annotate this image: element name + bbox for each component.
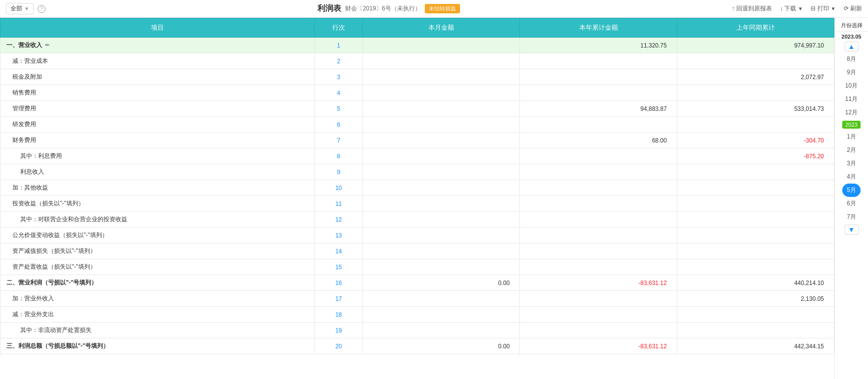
- cell-item: 其中：对联营企业和合营企业的投资收益: [0, 212, 315, 228]
- cell-item: 加：其他收益: [0, 180, 315, 196]
- cell-month-amount: [363, 117, 520, 133]
- cell-item: 销售费用: [0, 85, 315, 101]
- cell-lastyear-amount: 533,014.73: [677, 101, 834, 117]
- month-nav-up-button[interactable]: ▲: [845, 42, 859, 51]
- cell-lastyear-amount: [677, 307, 834, 323]
- top-bar-center: 利润表 财会〔2019〕6号（未执行） 未结转损益: [317, 3, 460, 14]
- cell-row-number: 13: [314, 228, 363, 243]
- month-item[interactable]: 6月: [842, 197, 860, 210]
- cell-month-amount: [363, 243, 520, 259]
- top-bar: 全部 ▼ ? 利润表 财会〔2019〕6号（未执行） 未结转损益 ↑ 回退到原报…: [0, 0, 868, 18]
- cell-ytd-amount: [520, 69, 677, 85]
- month-item[interactable]: 8月: [842, 52, 860, 66]
- cell-month-amount: [363, 180, 520, 196]
- header-month: 本月金额: [363, 18, 520, 38]
- edit-icon[interactable]: ✏: [45, 42, 50, 48]
- month-item[interactable]: 5月: [842, 184, 860, 197]
- cell-lastyear-amount: 2,130.05: [677, 291, 834, 307]
- cell-ytd-amount: [520, 164, 677, 180]
- cell-item: 加：营业外收入: [0, 291, 315, 307]
- table-row: 其中：对联营企业和合营企业的投资收益12: [0, 212, 834, 228]
- table-area: 项目 行次 本月金额 本年累计金额 上年同期累计 一、营业收入✏111,320.…: [0, 18, 834, 379]
- cell-ytd-amount: -83,631.12: [520, 275, 677, 291]
- top-bar-left: 全部 ▼ ?: [6, 3, 46, 14]
- month-item[interactable]: 9月: [842, 66, 860, 79]
- cell-ytd-amount: [520, 180, 677, 196]
- cell-row-number: 17: [314, 291, 363, 307]
- refresh-button[interactable]: ⟳ 刷新: [844, 4, 862, 13]
- cell-row-number: 1: [314, 38, 363, 53]
- cell-item: 税金及附加: [0, 69, 315, 85]
- month-item[interactable]: 1月: [842, 130, 860, 143]
- status-badge[interactable]: 未结转损益: [425, 4, 460, 13]
- month-item[interactable]: 10月: [842, 79, 860, 93]
- table-row: 减：营业成本2: [0, 53, 834, 69]
- cell-ytd-amount: [520, 291, 677, 307]
- cell-ytd-amount: -83,631.12: [520, 338, 677, 354]
- month-item[interactable]: 12月: [842, 106, 860, 119]
- cell-ytd-amount: [520, 323, 677, 338]
- scope-selector[interactable]: 全部 ▼: [6, 3, 34, 14]
- table-row: 公允价值变动收益（损失以"-"填列）13: [0, 228, 834, 243]
- scope-label: 全部: [10, 4, 22, 13]
- cell-item: 减：营业成本: [0, 53, 315, 69]
- month-nav-down-button[interactable]: ▼: [845, 225, 859, 235]
- cell-item: 其中：利息费用: [0, 148, 315, 164]
- cell-item: 投资收益（损失以"-"填列）: [0, 196, 315, 212]
- cell-lastyear-amount: [677, 85, 834, 101]
- month-item[interactable]: 11月: [842, 93, 860, 106]
- month-item[interactable]: 2月: [842, 143, 860, 157]
- help-icon[interactable]: ?: [38, 5, 46, 13]
- cell-item: 二、营业利润（亏损以"-"号填列）: [0, 275, 315, 291]
- cell-item: 其中：非流动资产处置损失: [0, 323, 315, 338]
- report-meta: 财会〔2019〕6号（未执行）: [345, 4, 421, 13]
- cell-lastyear-amount: 974,997.10: [677, 38, 834, 53]
- download-button[interactable]: ↓ 下载 ▼: [780, 4, 803, 13]
- cell-item: 减：营业外支出: [0, 307, 315, 323]
- print-arrow-icon: ▼: [831, 6, 836, 11]
- month-item[interactable]: 3月: [842, 157, 860, 170]
- cell-month-amount: [363, 164, 520, 180]
- report-title: 利润表: [317, 3, 341, 14]
- table-row: 管理费用594,883.87533,014.73: [0, 101, 834, 117]
- table-row: 加：其他收益10: [0, 180, 834, 196]
- cell-row-number: 12: [314, 212, 363, 228]
- cell-lastyear-amount: -875.20: [677, 148, 834, 164]
- print-button[interactable]: ⊟ 打印 ▼: [811, 4, 835, 13]
- cell-lastyear-amount: [677, 53, 834, 69]
- header-row: 行次: [314, 18, 363, 38]
- cell-row-number: 19: [314, 323, 363, 338]
- back-button[interactable]: ↑ 回退到原报表: [732, 4, 772, 13]
- month-item[interactable]: 7月: [842, 210, 860, 224]
- month-item[interactable]: 4月: [842, 170, 860, 184]
- cell-row-number: 4: [314, 85, 363, 101]
- table-row: 一、营业收入✏111,320.75974,997.10: [0, 38, 834, 53]
- cell-ytd-amount: [520, 148, 677, 164]
- cell-item: 资产处置收益（损失以"-"填列）: [0, 259, 315, 275]
- month-item[interactable]: 2023: [842, 121, 860, 129]
- table-row: 其中：利息费用8-875.20: [0, 148, 834, 164]
- cell-item: 管理费用: [0, 101, 315, 117]
- table-row: 加：营业外收入172,130.05: [0, 291, 834, 307]
- cell-month-amount: [363, 196, 520, 212]
- table-row: 二、营业利润（亏损以"-"号填列）160.00-83,631.12440,214…: [0, 275, 834, 291]
- month-sidebar-title: 月份选择: [835, 20, 868, 32]
- cell-row-number: 8: [314, 148, 363, 164]
- month-sidebar: 月份选择 2023.05 ▲ 8月9月10月11月12月20231月2月3月4月…: [834, 18, 868, 379]
- cell-row-number: 10: [314, 180, 363, 196]
- cell-ytd-amount: 68.00: [520, 133, 677, 148]
- cell-lastyear-amount: [677, 117, 834, 133]
- cell-lastyear-amount: 440,214.10: [677, 275, 834, 291]
- cell-ytd-amount: 94,883.87: [520, 101, 677, 117]
- cell-ytd-amount: [520, 212, 677, 228]
- table-row: 资产处置收益（损失以"-"填列）15: [0, 259, 834, 275]
- cell-ytd-amount: [520, 196, 677, 212]
- cell-month-amount: [363, 323, 520, 338]
- cell-ytd-amount: 11,320.75: [520, 38, 677, 53]
- cell-month-amount: [363, 291, 520, 307]
- cell-item: 三、利润总额（亏损总额以"-"号填列）: [0, 338, 315, 354]
- cell-lastyear-amount: [677, 212, 834, 228]
- table-row: 投资收益（损失以"-"填列）11: [0, 196, 834, 212]
- table-header-row: 项目 行次 本月金额 本年累计金额 上年同期累计: [0, 18, 834, 38]
- cell-month-amount: [363, 101, 520, 117]
